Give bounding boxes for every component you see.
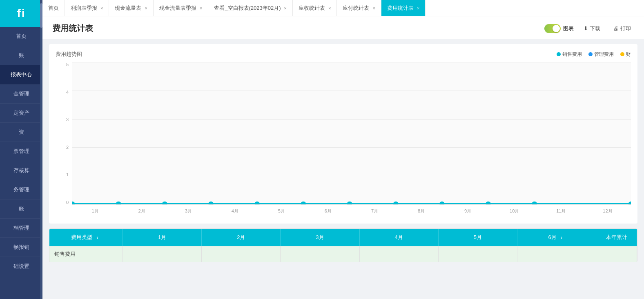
sidebar: fi 首页 账 报表中心 金管理 定资产 资 票管理 存核算 务管理 账 档管理…	[0, 0, 42, 299]
tab-expense-stats-close[interactable]: ×	[417, 6, 419, 11]
svg-point-3	[208, 202, 213, 204]
table-cell-jan	[123, 246, 202, 262]
svg-point-2	[162, 202, 167, 204]
y-label-0: 0	[66, 200, 69, 205]
legend-label-finance: 财	[626, 51, 631, 58]
sidebar-scrollbar[interactable]	[40, 0, 42, 299]
page-title: 费用统计表	[52, 23, 93, 34]
tab-cashflow-label: 现金流量表	[115, 4, 141, 12]
table-next-arrow[interactable]: ›	[558, 234, 565, 241]
tab-home-label: 首页	[48, 4, 59, 12]
page-header: 费用统计表 图表 ⬇ 下载 🖨 打印	[42, 16, 644, 39]
tab-payable[interactable]: 应付统计表 ×	[337, 0, 381, 16]
table-header-may-label: 5月	[474, 234, 482, 241]
x-label-jun: 6月	[305, 208, 351, 214]
svg-point-0	[72, 202, 75, 204]
tab-cashflow-close[interactable]: ×	[145, 6, 147, 11]
tab-cashflow[interactable]: 现金流量表 ×	[109, 0, 153, 16]
chart-toggle-label: 图表	[563, 25, 574, 32]
table-header-apr: 4月	[360, 229, 439, 246]
sidebar-item-service[interactable]: 务管理	[0, 180, 42, 199]
y-label-5: 5	[66, 62, 69, 67]
sidebar-item-capital[interactable]: 资	[0, 123, 42, 142]
sidebar-item-settings[interactable]: 础设置	[0, 257, 42, 276]
tab-payable-close[interactable]: ×	[372, 6, 375, 11]
table-header-row: 费用类型 ‹ 1月 2月 3月 4月 5月	[49, 229, 637, 246]
print-icon: 🖨	[613, 25, 619, 31]
table-prev-arrow[interactable]: ‹	[94, 234, 101, 241]
legend-item-admin: 管理费用	[588, 51, 614, 58]
svg-point-5	[301, 202, 306, 204]
content-area: 费用统计表 图表 ⬇ 下载 🖨 打印	[42, 16, 644, 299]
x-label-sep: 9月	[445, 208, 491, 214]
sidebar-item-inventory[interactable]: 存核算	[0, 161, 42, 180]
chart-area: 5 4 3 2 1 0	[56, 62, 631, 217]
table-header-feb: 2月	[202, 229, 281, 246]
y-label-3: 3	[66, 117, 69, 122]
tab-cashflow-quarterly-close[interactable]: ×	[200, 6, 202, 11]
table-cell-type: 销售费用	[49, 246, 123, 262]
tab-blank-report-label: 查看_空白报表(2023年02月)	[214, 4, 281, 12]
svg-point-8	[439, 202, 444, 204]
table-header-mar-label: 3月	[316, 234, 324, 241]
tab-profit-quarterly-close[interactable]: ×	[100, 6, 103, 11]
y-label-1: 1	[66, 172, 69, 177]
sidebar-item-fund[interactable]: 金管理	[0, 84, 42, 104]
x-label-oct: 10月	[491, 208, 538, 214]
sidebar-item-ledger[interactable]: 账	[0, 199, 42, 219]
chart-toggle[interactable]	[544, 24, 561, 33]
x-label-aug: 8月	[398, 208, 445, 214]
tab-blank-report[interactable]: 查看_空白报表(2023年02月) ×	[208, 0, 293, 16]
chart-title: 费用趋势图	[56, 51, 82, 58]
download-label: 下载	[590, 25, 600, 32]
sidebar-item-tickets[interactable]: 票管理	[0, 142, 42, 161]
table-header-type: 费用类型 ‹	[49, 229, 123, 246]
sidebar-item-archive[interactable]: 档管理	[0, 219, 42, 238]
chart-header: 费用趋势图 销售费用 管理费用 财	[56, 51, 631, 58]
sidebar-item-home[interactable]: 首页	[0, 27, 42, 46]
legend-label-admin: 管理费用	[594, 51, 614, 58]
tab-receivable-close[interactable]: ×	[328, 6, 331, 11]
table-header-jan-label: 1月	[158, 234, 166, 241]
legend-dot-finance	[620, 52, 624, 56]
tab-expense-stats[interactable]: 费用统计表 ×	[381, 0, 426, 16]
sidebar-item-reports[interactable]: 报表中心	[0, 65, 42, 84]
legend-dot-sales	[557, 52, 561, 56]
legend-item-sales: 销售费用	[557, 51, 582, 58]
sidebar-item-expense[interactable]: 畅报销	[0, 238, 42, 257]
main-content: 首页 利润表季报 × 现金流量表 × 现金流量表季报 × 查看_空白报表(202…	[42, 0, 644, 299]
download-button[interactable]: ⬇ 下载	[580, 23, 604, 34]
tab-cashflow-quarterly[interactable]: 现金流量表季报 ×	[154, 0, 208, 16]
print-button[interactable]: 🖨 打印	[610, 23, 634, 34]
table-cell-jun	[517, 246, 596, 262]
legend-dot-admin	[588, 52, 593, 56]
table-header-apr-label: 4月	[394, 234, 403, 241]
svg-point-11	[628, 202, 631, 204]
svg-point-4	[254, 202, 259, 204]
chart-section: 费用趋势图 销售费用 管理费用 财	[49, 44, 637, 224]
sidebar-item-account[interactable]: 账	[0, 46, 42, 65]
chart-x-axis: 1月 2月 3月 4月 5月 6月 7月 8月 9月 10月 11月 12月	[72, 205, 631, 217]
tab-blank-report-close[interactable]: ×	[284, 6, 287, 11]
tab-payable-label: 应付统计表	[343, 4, 369, 12]
x-label-apr: 4月	[212, 208, 258, 214]
table-row: 销售费用	[49, 246, 637, 262]
svg-point-1	[116, 202, 121, 204]
table-header-may: 5月	[439, 229, 517, 246]
svg-point-9	[486, 202, 490, 204]
table-header-jun-label: 6月	[548, 234, 556, 241]
table-cell-feb	[202, 246, 281, 262]
table-header-jun: 6月 ›	[517, 229, 596, 246]
x-label-may: 5月	[258, 208, 305, 214]
tab-home[interactable]: 首页	[42, 0, 65, 16]
y-label-4: 4	[66, 90, 69, 95]
table-cell-apr	[360, 246, 439, 262]
tab-receivable[interactable]: 应收统计表 ×	[293, 0, 337, 16]
tab-profit-quarterly[interactable]: 利润表季报 ×	[65, 0, 109, 16]
x-label-mar: 3月	[165, 208, 212, 214]
sidebar-item-assets[interactable]: 定资产	[0, 104, 42, 123]
tab-expense-stats-label: 费用统计表	[387, 4, 414, 12]
table-header-feb-label: 2月	[237, 234, 245, 241]
tab-bar: 首页 利润表季报 × 现金流量表 × 现金流量表季报 × 查看_空白报表(202…	[42, 0, 644, 16]
chart-toggle-wrap[interactable]: 图表	[544, 24, 574, 33]
